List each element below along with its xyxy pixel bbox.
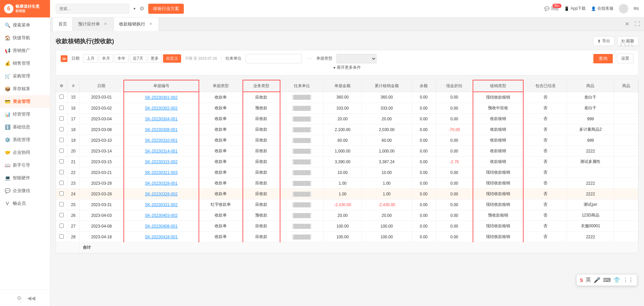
doc-no-link[interactable]: SK-20230403-002 [145, 213, 177, 218]
tab-home[interactable]: 首页 [53, 17, 73, 31]
sidebar-item-guide[interactable]: 📖 新手引导 [0, 159, 50, 172]
topbar-dropdown-btn[interactable]: ▾ [133, 6, 136, 11]
doc-no-link[interactable]: SK-20230328-002 [145, 192, 177, 196]
row-checkbox-13[interactable] [59, 234, 64, 239]
td-checkbox[interactable] [56, 221, 67, 232]
row-checkbox-9[interactable] [59, 191, 64, 196]
row-checkbox-4[interactable] [59, 138, 64, 142]
sidebar-label-basic: 基础信息 [13, 124, 30, 130]
doc-no-link[interactable]: SK-20230408-001 [145, 224, 177, 229]
row-checkbox-8[interactable] [59, 181, 64, 185]
username-label[interactable]: Rit [634, 6, 639, 11]
td-checkbox[interactable] [56, 167, 67, 178]
row-checkbox-12[interactable] [59, 224, 64, 228]
online-service-btn[interactable]: 👤 在线客服 [591, 6, 613, 11]
sidebar-item-hardware[interactable]: 💻 智能硬件 [0, 172, 50, 184]
partner-value: ██████ [292, 170, 312, 175]
this-month-btn[interactable]: 本月 [99, 54, 113, 63]
sidebar-item-quicknav[interactable]: 🏠 快捷导航 [0, 32, 50, 44]
td-checkbox[interactable] [56, 103, 67, 114]
td-checkbox[interactable] [56, 92, 67, 103]
sidebar-settings-btn[interactable]: ⚙ [14, 293, 24, 303]
doc-no-link[interactable]: SK-20230331-002 [145, 202, 177, 207]
filter-expand-btn[interactable]: ≫ [61, 55, 67, 62]
sidebar-item-marketing[interactable]: 📢 营销推广 [0, 44, 50, 57]
last-7days-btn[interactable]: 近7天 [130, 54, 146, 63]
sidebar-item-operations[interactable]: 📊 经营管理 [0, 108, 50, 121]
doc-no-link[interactable]: SK-20230418-001 [145, 235, 177, 239]
more-date-btn[interactable]: 更多 [148, 54, 162, 63]
row-checkbox-0[interactable] [59, 95, 64, 99]
notice-btn[interactable]: 💬 消息 99+ [544, 6, 559, 11]
sidebar-item-inventory[interactable]: 📦 库存核算 [0, 82, 50, 95]
last-month-btn[interactable]: 上月 [84, 54, 98, 63]
ime-shirt-icon[interactable]: 👕 [613, 277, 620, 283]
row-checkbox-3[interactable] [59, 127, 64, 131]
doc-no-link[interactable]: SK-20230321-003 [145, 170, 177, 175]
row-checkbox-6[interactable] [59, 159, 64, 164]
query-btn[interactable]: 查询 [593, 54, 613, 63]
ime-keyboard-icon[interactable]: ⌨ [603, 277, 611, 283]
export-btn[interactable]: ⬆ 导出 [593, 36, 614, 46]
th-settings[interactable]: ⚙ [56, 80, 67, 92]
td-checkbox[interactable] [56, 199, 67, 210]
app-download-btn[interactable]: 📱 App下载 [564, 6, 586, 11]
td-doc-type: 收款单 [199, 189, 243, 199]
sidebar-item-basic[interactable]: ℹ️ 基础信息 [0, 121, 50, 133]
tab-close-all-btn[interactable]: ✕ [624, 19, 631, 28]
tab-collection[interactable]: 收款核销执行 ✕ [114, 17, 159, 31]
custom-date-btn[interactable]: 自定义 [163, 54, 181, 63]
partner-filter-input[interactable] [246, 54, 302, 63]
doc-no-link[interactable]: SK-20230304-001 [145, 117, 177, 121]
row-checkbox-11[interactable] [59, 213, 64, 217]
tab-prepay[interactable]: 预计应付单 ✕ [73, 17, 114, 31]
doc-no-link[interactable]: SK-20230308-001 [145, 127, 177, 132]
sidebar-item-wechat[interactable]: 💬 企业微信 [0, 184, 50, 197]
industry-btn[interactable]: 体验行业方案 [148, 4, 184, 14]
td-checkbox[interactable] [56, 124, 67, 135]
doc-no-link[interactable]: SK-20230302-002 [145, 106, 177, 111]
td-checkbox[interactable] [56, 232, 67, 242]
row-checkbox-2[interactable] [59, 116, 64, 121]
refresh-btn[interactable]: ↻ 刷新 [617, 36, 639, 46]
td-checkbox[interactable] [56, 189, 67, 199]
tab-collection-close[interactable]: ✕ [148, 21, 153, 27]
sidebar-collapse-btn[interactable]: ◀◀ [26, 293, 37, 303]
doc-type-filter-select[interactable] [336, 54, 377, 63]
td-checkbox[interactable] [56, 135, 67, 146]
sidebar-item-collab[interactable]: 🤝 企业协同 [0, 146, 50, 159]
row-checkbox-1[interactable] [59, 106, 64, 110]
filter-settings-btn[interactable]: 设置 [617, 54, 634, 63]
sidebar-label-sales: 销售管理 [13, 60, 30, 66]
sidebar-item-finance[interactable]: 💳 资金管理 [0, 95, 50, 108]
doc-no-link[interactable]: SK-20230314-001 [145, 149, 177, 154]
td-checkbox[interactable] [56, 114, 67, 124]
ime-lang-btn[interactable]: 英 [586, 277, 591, 284]
td-checkbox[interactable] [56, 146, 67, 157]
topbar-gear-icon[interactable]: ⚙ [140, 5, 144, 12]
ime-grid-icon[interactable]: ⋮⋮ [623, 277, 634, 283]
tab-prepay-close[interactable]: ✕ [103, 21, 108, 27]
td-checkbox[interactable] [56, 178, 67, 189]
tab-expand-btn[interactable]: ⛶ [633, 19, 641, 28]
topbar-search-input[interactable] [56, 4, 129, 14]
doc-no-link[interactable]: SK-20230328-001 [145, 181, 177, 186]
ime-mic-icon[interactable]: 🎤 [594, 277, 600, 283]
doc-no-link[interactable]: SK-20230310-001 [145, 138, 177, 143]
this-year-btn[interactable]: 本年 [114, 54, 128, 63]
sidebar-item-system[interactable]: ⚙️ 系统管理 [0, 133, 50, 146]
row-checkbox-10[interactable] [59, 202, 64, 206]
doc-no-link[interactable]: SK-20230301-002 [145, 95, 177, 100]
td-checkbox[interactable] [56, 157, 67, 167]
sidebar-item-search[interactable]: 🔍 搜索菜单 [0, 19, 50, 32]
expand-more-row[interactable]: ▾ 展开更多条件 [61, 63, 634, 72]
th-biz-type: 业务类型 [243, 80, 280, 92]
sidebar-item-member[interactable]: V 畅会员 [0, 197, 50, 210]
row-checkbox-7[interactable] [59, 170, 64, 174]
td-checkbox[interactable] [56, 210, 67, 221]
sidebar-item-sales[interactable]: 💰 销售管理 [0, 57, 50, 70]
doc-no-link[interactable]: SK-20230315-002 [145, 160, 177, 164]
td-product2 [614, 210, 638, 221]
sidebar-item-purchase[interactable]: 🛒 采购管理 [0, 70, 50, 82]
row-checkbox-5[interactable] [59, 148, 64, 153]
